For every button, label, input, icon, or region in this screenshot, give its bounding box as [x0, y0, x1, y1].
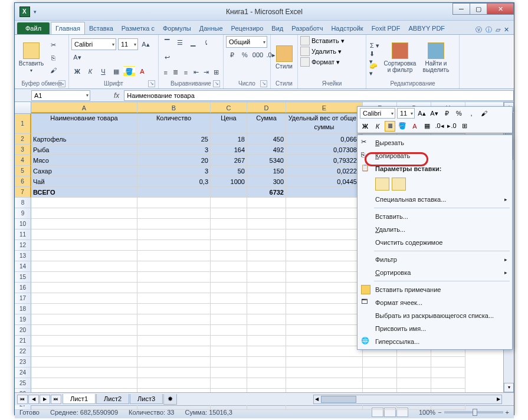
align-center-icon[interactable]: ≣ — [171, 67, 180, 78]
cell[interactable] — [211, 208, 247, 219]
tab-data[interactable]: Данные — [195, 22, 227, 34]
cell[interactable]: 25 — [137, 134, 211, 145]
tab-view[interactable]: Вид — [267, 22, 287, 34]
cell[interactable] — [31, 261, 137, 272]
row-header[interactable]: 3 — [15, 145, 31, 155]
help-icon[interactable]: ⓘ — [486, 25, 492, 34]
mt-inc-decimal-icon[interactable]: ▸.0 — [447, 121, 457, 132]
cell[interactable]: 18 — [211, 134, 247, 145]
cell[interactable] — [137, 304, 211, 314]
cell[interactable] — [31, 357, 137, 368]
row-header[interactable]: 16 — [15, 283, 31, 293]
cell[interactable] — [286, 378, 363, 389]
row-header[interactable]: 7 — [15, 187, 31, 198]
cell[interactable] — [431, 357, 465, 368]
cell[interactable] — [211, 261, 247, 272]
cell[interactable] — [397, 378, 431, 389]
row-header[interactable]: 2 — [15, 134, 31, 145]
row-header[interactable]: 11 — [15, 229, 31, 240]
cell[interactable]: 3 — [137, 166, 211, 176]
row-header[interactable]: 6 — [15, 176, 31, 187]
new-sheet-icon[interactable]: ✸ — [163, 394, 177, 405]
cell[interactable] — [137, 293, 211, 304]
cell[interactable] — [247, 208, 286, 219]
ctx-format-cells[interactable]: 🗔Формат ячеек... — [358, 296, 512, 309]
cell[interactable] — [137, 187, 211, 198]
ctx-cut[interactable]: ✂Вырезать — [358, 136, 512, 149]
cell[interactable]: 50 — [211, 166, 247, 176]
cell[interactable] — [211, 187, 247, 198]
cell[interactable] — [247, 251, 286, 261]
scroll-down-icon[interactable]: ▾ — [504, 383, 514, 392]
cell[interactable] — [247, 346, 286, 357]
cell[interactable]: 6732 — [247, 187, 286, 198]
mt-fill-icon[interactable]: 🪣 — [397, 121, 408, 132]
increase-font-icon[interactable]: A▴ — [140, 39, 152, 50]
tab-foxit[interactable]: Foxit PDF — [368, 22, 405, 34]
cell[interactable]: 267 — [211, 155, 247, 166]
cell[interactable] — [286, 357, 363, 368]
ctx-copy[interactable]: ⎘Копировать — [358, 149, 512, 162]
row-header[interactable]: 17 — [15, 293, 31, 304]
align-top-icon[interactable]: ▔ — [161, 38, 173, 48]
cut-icon[interactable]: ✂ — [47, 40, 59, 51]
ctx-delete[interactable]: Удалить... — [358, 223, 512, 236]
cell[interactable] — [286, 346, 363, 357]
decrease-font-icon[interactable]: A▾ — [71, 52, 83, 63]
cell[interactable] — [211, 229, 247, 240]
cell[interactable] — [31, 314, 137, 325]
cell[interactable] — [286, 251, 363, 261]
cell[interactable] — [211, 357, 247, 368]
comma-icon[interactable]: 000 — [252, 50, 264, 60]
cell[interactable] — [31, 336, 137, 346]
currency-icon[interactable]: ₽ — [226, 50, 238, 60]
tab-insert[interactable]: Вставка — [85, 22, 117, 34]
tab-review[interactable]: Рецензиро — [227, 22, 268, 34]
cell[interactable]: 0,793226 — [286, 155, 363, 166]
cell[interactable] — [31, 272, 137, 283]
ctx-paste-special[interactable]: Специальная вставка... — [358, 193, 512, 206]
mt-currency-icon[interactable]: ₽ — [441, 108, 452, 119]
row-header[interactable]: 10 — [15, 219, 31, 229]
row-header[interactable]: 5 — [15, 166, 31, 176]
number-format-combo[interactable]: Общий — [226, 36, 267, 48]
find-select-button[interactable]: Найти и выделить — [419, 38, 452, 77]
cell[interactable] — [137, 272, 211, 283]
mdi-restore-icon[interactable]: ▱ — [496, 26, 500, 34]
paste-button[interactable]: Вставить ▾ — [17, 38, 45, 77]
col-header-b[interactable]: B — [137, 102, 211, 113]
ctx-insert[interactable]: Вставить... — [358, 210, 512, 223]
ctx-hyperlink[interactable]: 🌐Гиперссылка... — [358, 335, 512, 348]
cell[interactable] — [137, 283, 211, 293]
cell[interactable]: Сахар — [31, 166, 137, 176]
format-painter-icon[interactable]: 🖌 — [47, 65, 59, 76]
mt-format-painter-icon[interactable]: 🖌 — [478, 108, 489, 119]
formula-input[interactable]: Наименование товара — [124, 90, 514, 101]
cell[interactable] — [211, 198, 247, 208]
close-button[interactable]: ✕ — [487, 3, 514, 15]
font-size-combo[interactable]: 11 — [118, 38, 138, 50]
cell[interactable] — [286, 314, 363, 325]
cell[interactable] — [286, 219, 363, 229]
italic-button[interactable]: К — [84, 66, 96, 77]
orientation-icon[interactable]: ⤹ — [200, 38, 212, 48]
underline-button[interactable]: Ч — [97, 66, 109, 77]
sort-filter-button[interactable]: Сортировка и фильтр — [382, 38, 418, 77]
next-sheet-icon[interactable]: ▶ — [40, 395, 50, 404]
col-header-d[interactable]: D — [247, 102, 286, 113]
tab-addins[interactable]: Надстройк — [327, 22, 367, 34]
row-header[interactable]: 22 — [15, 346, 31, 357]
name-box[interactable]: A1 — [31, 90, 90, 101]
cell[interactable] — [211, 219, 247, 229]
cell[interactable] — [286, 283, 363, 293]
last-sheet-icon[interactable]: ⏭ — [51, 395, 61, 404]
ctx-name[interactable]: Присвоить имя... — [358, 322, 512, 335]
row-header[interactable]: 8 — [15, 198, 31, 208]
cell[interactable]: 164 — [211, 145, 247, 155]
cell[interactable] — [247, 219, 286, 229]
cell[interactable] — [31, 304, 137, 314]
mt-dec-decimal-icon[interactable]: .0◂ — [434, 121, 445, 132]
cell[interactable] — [363, 357, 397, 368]
cell[interactable] — [31, 378, 137, 389]
cell[interactable] — [137, 314, 211, 325]
